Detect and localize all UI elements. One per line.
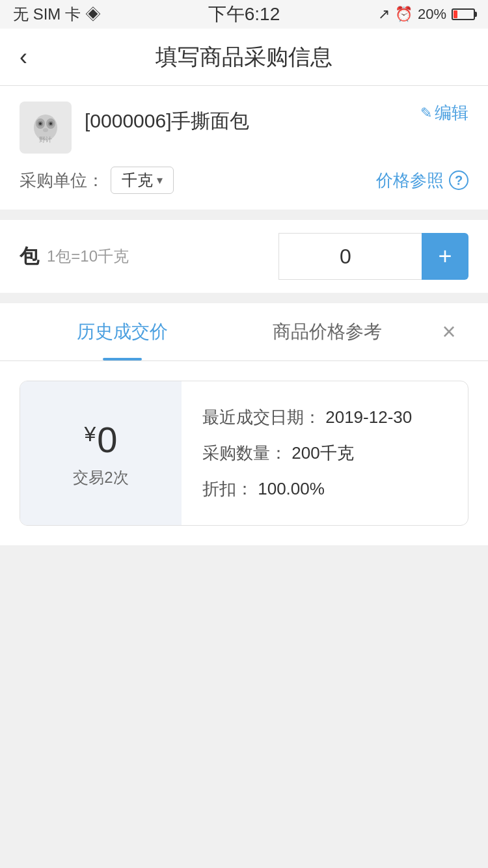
status-right: ↗ ⏰ 20% (378, 6, 475, 23)
tab-history-price[interactable]: 历史成交价 (20, 303, 224, 360)
price-card-left: ¥ 0 交易2次 (20, 381, 182, 525)
product-thumbnail: 野计 (20, 102, 72, 154)
battery-fill (454, 10, 457, 18)
quantity-input-group: + (278, 233, 468, 280)
price-card: ¥ 0 交易2次 最近成交日期： 2019-12-30 采购数量： 200千克 … (20, 381, 468, 526)
product-header: 野计 [0000006]手撕面包 ✎ 编辑 (20, 102, 468, 154)
dropdown-arrow-icon: ▾ (157, 173, 163, 187)
battery-body (452, 8, 475, 20)
page-title: 填写商品采购信息 (156, 42, 332, 72)
quantity-unit-name: 包 (20, 243, 39, 270)
tab-price-ref-label: 商品价格参考 (273, 319, 382, 344)
tabs-header: 历史成交价 商品价格参考 × (20, 303, 468, 360)
quantity-label: 包 1包=10千克 (20, 243, 129, 270)
quantity-plus-button[interactable]: + (422, 233, 468, 280)
recent-date-label: 最近成交日期： (202, 407, 321, 427)
svg-point-6 (49, 122, 52, 125)
svg-point-5 (39, 122, 42, 125)
main-content-background (0, 545, 488, 868)
product-name: [0000006]手撕面包 (85, 102, 249, 135)
unit-value: 千克 (122, 170, 153, 191)
unit-selector[interactable]: 千克 ▾ (111, 167, 174, 194)
status-left: 无 SIM 卡 ◈ (13, 4, 101, 25)
recent-date-value: 2019-12-30 (325, 407, 412, 427)
product-section: 野计 [0000006]手撕面包 ✎ 编辑 采购单位： 千克 ▾ 价格参照 ? (0, 86, 488, 210)
price-reference-button[interactable]: 价格参照 ? (376, 169, 468, 192)
alarm-icon: ⏰ (395, 6, 413, 23)
battery-percent: 20% (418, 6, 446, 23)
trade-count: 交易2次 (73, 467, 128, 488)
discount-row: 折扣： 100.00% (202, 476, 447, 502)
status-bar: 无 SIM 卡 ◈ 下午6:12 ↗ ⏰ 20% (0, 0, 488, 29)
back-button[interactable]: ‹ (13, 37, 34, 77)
recent-date-row: 最近成交日期： 2019-12-30 (202, 405, 447, 430)
price-card-right: 最近成交日期： 2019-12-30 采购数量： 200千克 折扣： 100.0… (182, 381, 468, 525)
price-value: 0 (97, 418, 117, 461)
status-time: 下午6:12 (208, 2, 280, 27)
purchase-quantity-value: 200千克 (291, 443, 353, 463)
history-price-section: ¥ 0 交易2次 最近成交日期： 2019-12-30 采购数量： 200千克 … (0, 361, 488, 545)
price-display: ¥ 0 (85, 418, 118, 461)
product-left: 野计 [0000006]手撕面包 (20, 102, 249, 154)
battery-indicator (452, 8, 475, 20)
svg-point-7 (43, 128, 48, 132)
svg-text:野计: 野计 (39, 136, 52, 143)
section-divider (0, 210, 488, 220)
price-ref-label: 价格参照 (376, 169, 444, 192)
edit-label: 编辑 (435, 102, 468, 124)
unit-label: 采购单位： 千克 ▾ (20, 167, 174, 194)
currency-symbol: ¥ (85, 422, 96, 446)
edit-button[interactable]: ✎ 编辑 (420, 102, 468, 124)
purchase-quantity-label: 采购数量： (202, 443, 287, 463)
quantity-input[interactable] (278, 233, 422, 280)
product-logo: 野计 (26, 107, 65, 149)
quantity-section: 包 1包=10千克 + (0, 220, 488, 293)
info-icon: ? (449, 170, 468, 190)
discount-value: 100.00% (258, 479, 325, 498)
tab-active-indicator (103, 358, 142, 360)
tab-close-button[interactable]: × (429, 312, 468, 351)
tabs-section: 历史成交价 商品价格参考 × (0, 303, 488, 361)
discount-label: 折扣： (202, 479, 253, 498)
sim-status: 无 SIM 卡 ◈ (13, 4, 101, 25)
location-icon: ↗ (378, 6, 390, 23)
product-unit-row: 采购单位： 千克 ▾ 价格参照 ? (20, 167, 468, 194)
nav-bar: ‹ 填写商品采购信息 (0, 29, 488, 86)
tab-price-reference[interactable]: 商品价格参考 (224, 303, 429, 360)
tab-history-label: 历史成交价 (77, 319, 168, 344)
edit-icon: ✎ (420, 105, 432, 122)
purchase-quantity-row: 采购数量： 200千克 (202, 441, 447, 466)
quantity-unit-convert: 1包=10千克 (47, 246, 129, 267)
unit-label-text: 采购单位： (20, 169, 104, 192)
